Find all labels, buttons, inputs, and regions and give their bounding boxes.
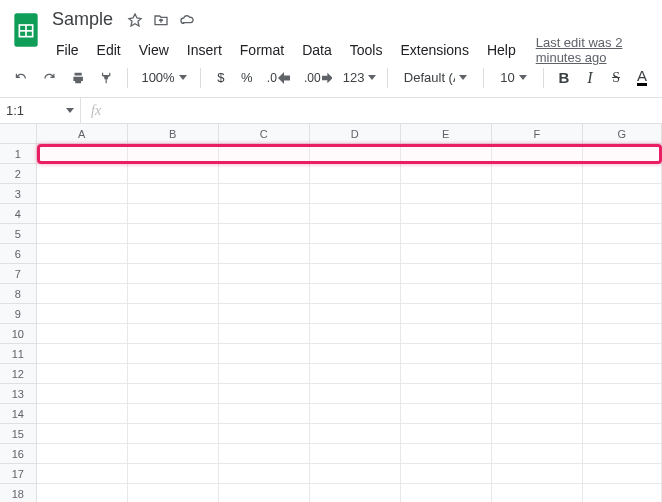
cell[interactable] — [37, 204, 128, 224]
menu-extensions[interactable]: Extensions — [392, 38, 476, 62]
cell[interactable] — [583, 384, 662, 404]
cell[interactable] — [583, 404, 662, 424]
cell[interactable] — [219, 344, 310, 364]
cell[interactable] — [219, 224, 310, 244]
row-header[interactable]: 1 — [0, 144, 37, 164]
cell[interactable] — [219, 404, 310, 424]
cell[interactable] — [401, 444, 492, 464]
cell[interactable] — [583, 344, 662, 364]
cell[interactable] — [401, 264, 492, 284]
cell[interactable] — [310, 364, 401, 384]
menu-insert[interactable]: Insert — [179, 38, 230, 62]
column-header[interactable]: B — [128, 124, 219, 143]
cell[interactable] — [219, 424, 310, 444]
cell[interactable] — [219, 184, 310, 204]
document-title[interactable]: Sample — [48, 8, 117, 31]
cell[interactable] — [37, 324, 128, 344]
print-button[interactable] — [67, 66, 89, 90]
cell[interactable] — [310, 304, 401, 324]
cell[interactable] — [37, 284, 128, 304]
cloud-status-icon[interactable] — [179, 12, 195, 28]
cell[interactable] — [219, 284, 310, 304]
cell[interactable] — [310, 244, 401, 264]
column-header[interactable]: D — [310, 124, 401, 143]
cell[interactable] — [492, 304, 583, 324]
column-header[interactable]: A — [37, 124, 128, 143]
cell[interactable] — [583, 184, 662, 204]
percent-button[interactable]: % — [237, 66, 257, 90]
cell[interactable] — [401, 364, 492, 384]
select-all-corner[interactable] — [0, 124, 37, 143]
cell[interactable] — [128, 404, 219, 424]
spreadsheet-grid[interactable]: ABCDEFG 123456789101112131415161718 — [0, 124, 662, 502]
menu-format[interactable]: Format — [232, 38, 292, 62]
cell[interactable] — [310, 324, 401, 344]
cell[interactable] — [310, 484, 401, 502]
cell[interactable] — [492, 264, 583, 284]
cell[interactable] — [219, 364, 310, 384]
cell[interactable] — [128, 324, 219, 344]
column-header[interactable]: C — [219, 124, 310, 143]
cell[interactable] — [583, 484, 662, 502]
cell[interactable] — [37, 484, 128, 502]
cell[interactable] — [583, 224, 662, 244]
cell[interactable] — [492, 444, 583, 464]
cell[interactable] — [492, 204, 583, 224]
row-header[interactable]: 16 — [0, 444, 37, 464]
undo-button[interactable] — [10, 66, 32, 90]
menu-data[interactable]: Data — [294, 38, 340, 62]
cell[interactable] — [128, 304, 219, 324]
cell[interactable] — [401, 144, 492, 164]
decrease-decimal-button[interactable]: .0 — [263, 66, 294, 90]
cell[interactable] — [219, 204, 310, 224]
row-header[interactable]: 8 — [0, 284, 37, 304]
cell[interactable] — [583, 204, 662, 224]
cell[interactable] — [37, 244, 128, 264]
row-header[interactable]: 17 — [0, 464, 37, 484]
cell[interactable] — [492, 184, 583, 204]
cell[interactable] — [219, 484, 310, 502]
cell[interactable] — [583, 144, 662, 164]
column-header[interactable]: E — [401, 124, 492, 143]
row-header[interactable]: 7 — [0, 264, 37, 284]
cell[interactable] — [492, 224, 583, 244]
cell[interactable] — [310, 404, 401, 424]
cell[interactable] — [128, 444, 219, 464]
cell[interactable] — [401, 224, 492, 244]
font-size-select[interactable]: 10 — [494, 66, 533, 90]
font-select[interactable]: Default (Ari... — [398, 66, 474, 90]
cell[interactable] — [37, 344, 128, 364]
row-header[interactable]: 9 — [0, 304, 37, 324]
cell[interactable] — [37, 164, 128, 184]
menu-tools[interactable]: Tools — [342, 38, 391, 62]
cell[interactable] — [37, 264, 128, 284]
cell[interactable] — [401, 204, 492, 224]
cell[interactable] — [583, 164, 662, 184]
cell[interactable] — [219, 244, 310, 264]
cell[interactable] — [583, 244, 662, 264]
text-color-button[interactable]: A — [632, 66, 652, 90]
cell[interactable] — [310, 344, 401, 364]
cell[interactable] — [492, 164, 583, 184]
cell[interactable] — [310, 284, 401, 304]
increase-decimal-button[interactable]: .00 — [300, 66, 336, 90]
menu-view[interactable]: View — [131, 38, 177, 62]
bold-button[interactable]: B — [554, 66, 574, 90]
cell[interactable] — [219, 264, 310, 284]
row-header[interactable]: 18 — [0, 484, 37, 502]
cell[interactable] — [219, 464, 310, 484]
cell[interactable] — [128, 244, 219, 264]
more-formats-button[interactable]: 123 — [342, 66, 377, 90]
last-edit-link[interactable]: Last edit was 2 minutes ago — [536, 35, 654, 65]
cell[interactable] — [583, 444, 662, 464]
cell[interactable] — [583, 324, 662, 344]
redo-button[interactable] — [38, 66, 60, 90]
cell[interactable] — [492, 484, 583, 502]
cell[interactable] — [492, 464, 583, 484]
menu-edit[interactable]: Edit — [89, 38, 129, 62]
cell[interactable] — [37, 464, 128, 484]
cell[interactable] — [219, 324, 310, 344]
cell[interactable] — [128, 204, 219, 224]
cell[interactable] — [310, 204, 401, 224]
cell[interactable] — [37, 224, 128, 244]
